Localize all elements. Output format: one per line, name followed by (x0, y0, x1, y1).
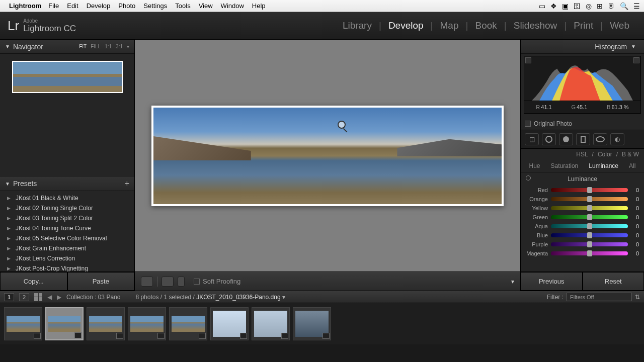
image-canvas[interactable] (135, 40, 520, 272)
preset-item[interactable]: ▶JKost 05 Selective Color Removal (0, 233, 134, 243)
zoom-fill[interactable]: FILL (91, 44, 101, 49)
slider-track[interactable] (551, 242, 628, 246)
zoom-fit[interactable]: FIT (79, 44, 87, 49)
crop-tool[interactable]: ◫ (525, 133, 539, 145)
filmstrip-thumb[interactable] (169, 307, 207, 340)
list-icon[interactable]: ☰ (633, 2, 640, 10)
tab-bw[interactable]: B & W (622, 151, 639, 158)
original-photo-toggle[interactable]: Original Photo (521, 118, 644, 130)
menu-develop[interactable]: Develop (87, 2, 111, 10)
slider-aqua[interactable]: Aqua0 (526, 222, 639, 231)
collection-path[interactable]: Collection : 03 Pano (66, 294, 120, 301)
filmstrip[interactable] (0, 303, 644, 344)
slider-blue[interactable]: Blue0 (526, 231, 639, 240)
histogram-display[interactable] (524, 56, 641, 101)
menu-settings[interactable]: Settings (143, 2, 167, 10)
zoom-1to1[interactable]: 1:1 (105, 44, 112, 49)
cloud-icon[interactable]: ◎ (586, 2, 592, 10)
toolbar-dropdown-icon[interactable]: ▾ (511, 278, 514, 285)
slider-magenta[interactable]: Magenta0 (526, 249, 639, 258)
filename-dropdown-icon[interactable]: ▾ (282, 294, 285, 301)
before-after-button[interactable] (162, 277, 174, 287)
nav-back-icon[interactable]: ◀ (47, 294, 52, 301)
slider-thumb[interactable] (587, 232, 592, 238)
slider-track[interactable] (551, 215, 628, 219)
preset-item[interactable]: ▶JKost Grain Enhancement (0, 243, 134, 253)
preset-item[interactable]: ▶JKost 01 Black & White (0, 193, 134, 203)
current-filename[interactable]: JKOST_2010_03936-Pano.dng (196, 294, 280, 301)
slider-thumb[interactable] (587, 205, 592, 211)
slider-thumb[interactable] (587, 196, 592, 202)
module-print[interactable]: Print (567, 20, 600, 31)
disclosure-triangle-icon[interactable]: ▼ (5, 44, 10, 49)
module-slideshow[interactable]: Slideshow (507, 20, 565, 31)
filmstrip-thumb-selected[interactable] (45, 307, 84, 340)
module-book[interactable]: Book (468, 20, 504, 31)
slider-track[interactable] (551, 251, 628, 255)
copy-button[interactable]: Copy... (0, 272, 67, 291)
filmstrip-thumb[interactable] (252, 307, 290, 340)
menu-help[interactable]: Help (252, 2, 266, 10)
slider-orange[interactable]: Orange0 (526, 195, 639, 204)
nav-forward-icon[interactable]: ▶ (57, 294, 61, 301)
filter-dropdown[interactable]: Filters Off (567, 293, 632, 301)
menu-window[interactable]: Window (221, 2, 244, 10)
navigator-preview[interactable] (0, 54, 134, 100)
before-after-dropdown[interactable] (178, 277, 185, 287)
spot-tool[interactable] (542, 133, 556, 145)
grid-view-icon[interactable] (34, 293, 42, 301)
radial-filter-tool[interactable] (593, 133, 607, 145)
slider-track[interactable] (551, 233, 628, 237)
page-2-button[interactable]: 2 (19, 293, 29, 301)
redeye-tool[interactable] (559, 133, 573, 145)
evernote-icon[interactable]: ❖ (550, 2, 557, 10)
spotlight-icon[interactable]: 🔍 (620, 2, 628, 10)
menu-file[interactable]: File (48, 2, 59, 10)
zoom-3to1[interactable]: 3:1 (116, 44, 123, 49)
module-web[interactable]: Web (603, 20, 636, 31)
preset-item[interactable]: ▶JKost Lens Correction (0, 253, 134, 263)
preset-item[interactable]: ▶JKost 03 Toning Split 2 Color (0, 213, 134, 223)
histogram-header[interactable]: Histogram ▼ (521, 40, 644, 54)
filter-lock-icon[interactable]: ⇅ (635, 294, 640, 301)
previous-button[interactable]: Previous (521, 272, 583, 291)
menu-tools[interactable]: Tools (175, 2, 190, 10)
key-icon[interactable]: ⚿ (574, 2, 581, 10)
loupe-view-button[interactable] (141, 277, 153, 287)
menu-edit[interactable]: Edit (67, 2, 78, 10)
disclosure-triangle-icon[interactable]: ▼ (5, 181, 10, 187)
slider-track[interactable] (551, 224, 628, 228)
slider-thumb[interactable] (587, 187, 592, 193)
slider-track[interactable] (551, 197, 628, 201)
slider-green[interactable]: Green0 (526, 213, 639, 222)
navigator-header[interactable]: ▼ Navigator FIT FILL 1:1 3:1 ▾ (0, 40, 134, 54)
shield-icon[interactable]: ⛨ (608, 2, 615, 10)
preset-item[interactable]: ▶JKost 02 Toning Single Color (0, 203, 134, 213)
slider-yellow[interactable]: Yellow0 (526, 204, 639, 213)
filmstrip-thumb[interactable] (210, 307, 249, 340)
module-library[interactable]: Library (336, 20, 379, 31)
menu-view[interactable]: View (199, 2, 213, 10)
target-adjustment-icon[interactable] (526, 175, 531, 180)
subtab-all[interactable]: All (629, 162, 635, 169)
slider-thumb[interactable] (587, 250, 592, 256)
photo-frame[interactable] (151, 106, 504, 206)
add-preset-icon[interactable]: + (125, 179, 129, 188)
highlight-clipping-icon[interactable] (633, 57, 639, 63)
checkbox-icon[interactable] (525, 121, 531, 127)
slider-purple[interactable]: Purple0 (526, 240, 639, 249)
slider-thumb[interactable] (587, 241, 592, 247)
checkbox-icon[interactable] (194, 279, 200, 285)
page-1-button[interactable]: 1 (4, 293, 14, 301)
slider-red[interactable]: Red0 (526, 186, 639, 195)
reset-button[interactable]: Reset (583, 272, 645, 291)
subtab-hue[interactable]: Hue (529, 162, 540, 169)
slider-thumb[interactable] (587, 223, 592, 229)
paste-button[interactable]: Paste (67, 272, 135, 291)
slider-track[interactable] (551, 206, 628, 210)
tab-hsl[interactable]: HSL (576, 151, 588, 158)
filmstrip-thumb[interactable] (128, 307, 166, 340)
graduated-filter-tool[interactable] (576, 133, 590, 145)
grid-icon[interactable]: ⊞ (597, 2, 603, 10)
soft-proofing-toggle[interactable]: Soft Proofing (194, 278, 240, 285)
